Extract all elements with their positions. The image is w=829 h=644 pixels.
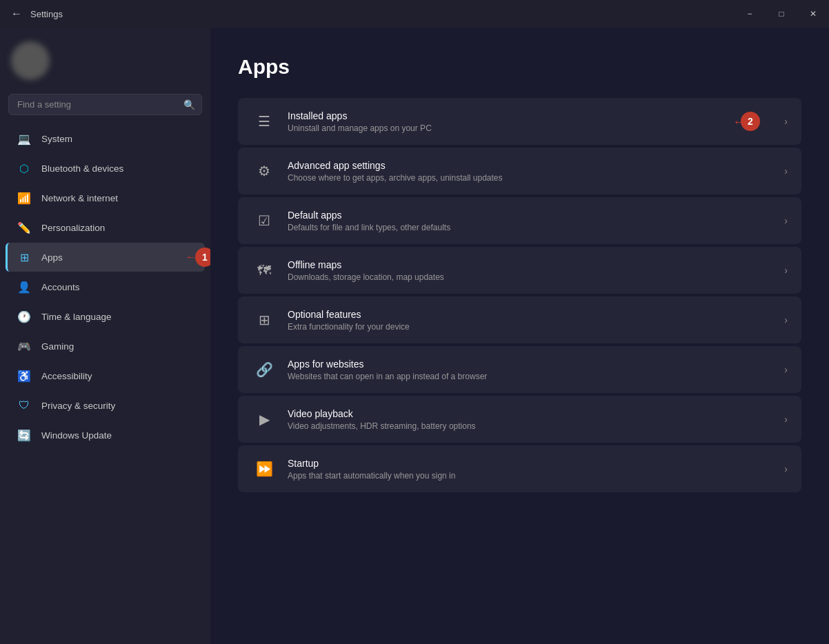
minimize-button[interactable]: − <box>734 0 766 28</box>
offline-maps-title: Offline maps <box>288 259 776 270</box>
sidebar-item-label: Gaming <box>41 341 74 352</box>
sidebar-item-label: Bluetooth & devices <box>41 163 123 174</box>
sidebar-item-bluetooth[interactable]: ⬡ Bluetooth & devices <box>6 154 205 183</box>
sidebar-item-label: System <box>41 134 72 144</box>
sidebar-item-accounts[interactable]: 👤 Accounts <box>6 272 205 301</box>
accessibility-icon: ♿ <box>17 368 32 383</box>
sidebar-item-label: Network & internet <box>41 193 118 203</box>
advanced-app-settings-desc: Choose where to get apps, archive apps, … <box>288 173 776 183</box>
sidebar-nav: 💻 System ⬡ Bluetooth & devices 📶 Network… <box>0 121 210 644</box>
optional-features-icon: ⊞ <box>252 308 277 332</box>
apps-for-websites-icon: 🔗 <box>252 357 277 382</box>
sidebar-item-label: Windows Update <box>41 430 112 441</box>
offline-maps-desc: Downloads, storage location, map updates <box>288 272 776 282</box>
video-playback-title: Video playback <box>288 408 776 419</box>
page-title: Apps <box>238 55 801 79</box>
sidebar-item-update[interactable]: 🔄 Windows Update <box>6 421 205 450</box>
sidebar-search-container: 🔍 <box>8 94 202 115</box>
settings-item-optional-features[interactable]: ⊞ Optional features Extra functionality … <box>238 296 801 343</box>
gaming-icon: 🎮 <box>17 339 32 354</box>
maximize-button[interactable]: □ <box>766 0 797 28</box>
sidebar-item-privacy[interactable]: 🛡 Privacy & security <box>6 391 205 420</box>
settings-item-default-apps[interactable]: ☑ Default apps Defaults for file and lin… <box>238 197 801 244</box>
sidebar-item-time[interactable]: 🕐 Time & language <box>6 302 205 331</box>
startup-icon: ⏩ <box>252 456 277 481</box>
installed-apps-title: Installed apps <box>288 110 776 121</box>
offline-maps-icon: 🗺 <box>252 258 277 283</box>
chevron-right-icon: › <box>784 463 788 474</box>
privacy-icon: 🛡 <box>17 398 32 413</box>
video-playback-desc: Video adjustments, HDR streaming, batter… <box>288 421 776 431</box>
sidebar-item-gaming[interactable]: 🎮 Gaming <box>6 332 205 361</box>
sidebar-item-network[interactable]: 📶 Network & internet <box>6 183 205 212</box>
sidebar-profile <box>0 28 210 91</box>
search-input[interactable] <box>8 94 202 115</box>
chevron-right-icon: › <box>784 215 788 226</box>
chevron-right-icon: › <box>784 116 788 127</box>
sidebar-item-label: Apps <box>41 252 63 263</box>
system-icon: 💻 <box>17 131 32 146</box>
optional-features-title: Optional features <box>288 309 776 320</box>
sidebar-item-label: Accounts <box>41 282 80 292</box>
settings-item-startup[interactable]: ⏩ Startup Apps that start automatically … <box>238 445 801 492</box>
window-controls: − □ ✕ <box>734 0 829 28</box>
sidebar-item-accessibility[interactable]: ♿ Accessibility <box>6 361 205 390</box>
installed-apps-icon: ☰ <box>252 109 277 134</box>
network-icon: 📶 <box>17 190 32 205</box>
sidebar-item-label: Privacy & security <box>41 401 115 411</box>
startup-title: Startup <box>288 458 776 469</box>
installed-apps-desc: Uninstall and manage apps on your PC <box>288 123 776 133</box>
search-icon: 🔍 <box>183 99 195 110</box>
chevron-right-icon: › <box>784 314 788 325</box>
sidebar-item-label: Accessibility <box>41 371 92 381</box>
personalization-icon: ✏️ <box>17 220 32 235</box>
advanced-app-settings-title: Advanced app settings <box>288 160 776 171</box>
avatar <box>11 41 50 80</box>
default-apps-icon: ☑ <box>252 208 277 233</box>
settings-item-offline-maps[interactable]: 🗺 Offline maps Downloads, storage locati… <box>238 247 801 294</box>
settings-item-video-playback[interactable]: ▶ Video playback Video adjustments, HDR … <box>238 396 801 443</box>
settings-list: ☰ Installed apps Uninstall and manage ap… <box>238 98 801 492</box>
video-playback-icon: ▶ <box>252 407 277 432</box>
sidebar-item-apps[interactable]: ⊞ Apps 1← <box>6 243 205 272</box>
sidebar-item-system[interactable]: 💻 System <box>6 124 205 153</box>
startup-desc: Apps that start automatically when you s… <box>288 471 776 481</box>
default-apps-title: Default apps <box>288 210 776 221</box>
optional-features-desc: Extra functionality for your device <box>288 322 776 332</box>
apps-for-websites-desc: Websites that can open in an app instead… <box>288 372 776 381</box>
back-button[interactable]: ← <box>11 8 22 20</box>
advanced-app-settings-icon: ⚙ <box>252 159 277 183</box>
annotation-badge-2: 2 <box>741 112 760 131</box>
sidebar: 🔍 💻 System ⬡ Bluetooth & devices 📶 Netwo… <box>0 28 210 644</box>
update-icon: 🔄 <box>17 427 32 443</box>
settings-item-installed-apps[interactable]: ☰ Installed apps Uninstall and manage ap… <box>238 98 801 145</box>
apps-for-websites-title: Apps for websites <box>288 359 776 370</box>
close-button[interactable]: ✕ <box>797 0 829 28</box>
settings-item-advanced-app-settings[interactable]: ⚙ Advanced app settings Choose where to … <box>238 148 801 194</box>
accounts-icon: 👤 <box>17 279 32 294</box>
bluetooth-icon: ⬡ <box>17 161 32 176</box>
sidebar-item-personalization[interactable]: ✏️ Personalization <box>6 213 205 242</box>
settings-item-apps-for-websites[interactable]: 🔗 Apps for websites Websites that can op… <box>238 346 801 393</box>
chevron-right-icon: › <box>784 364 788 375</box>
main-layout: 🔍 💻 System ⬡ Bluetooth & devices 📶 Netwo… <box>0 28 829 644</box>
chevron-right-icon: › <box>784 265 788 276</box>
chevron-right-icon: › <box>784 165 788 177</box>
sidebar-item-label: Time & language <box>41 312 112 322</box>
time-icon: 🕐 <box>17 309 32 324</box>
content-area: Apps ☰ Installed apps Uninstall and mana… <box>210 28 829 644</box>
titlebar: ← Settings − □ ✕ <box>0 0 829 28</box>
apps-icon: ⊞ <box>17 250 32 265</box>
window-title: Settings <box>30 9 63 19</box>
annotation-badge-1: 1 <box>195 248 210 267</box>
sidebar-item-label: Personalization <box>41 223 105 233</box>
chevron-right-icon: › <box>784 414 788 425</box>
default-apps-desc: Defaults for file and link types, other … <box>288 223 776 232</box>
